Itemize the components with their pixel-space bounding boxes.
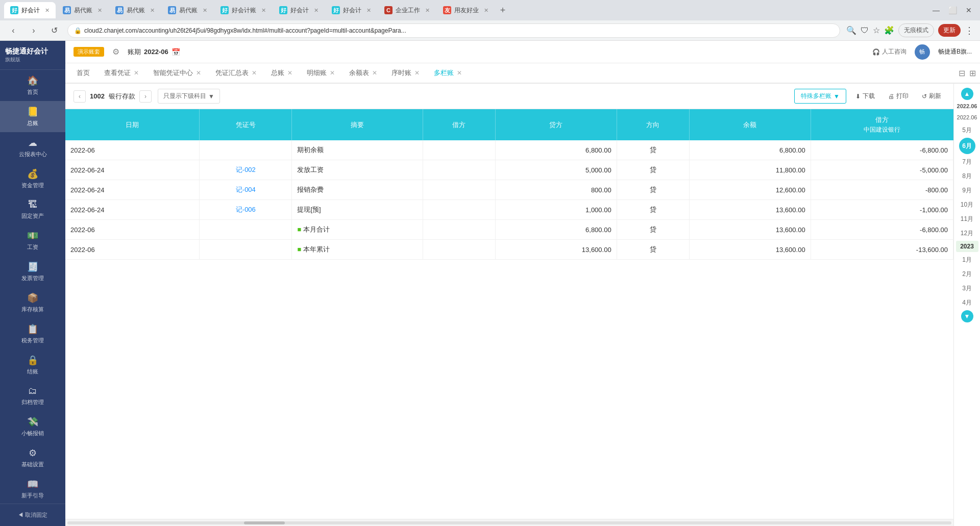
- sidebar-collapse-button[interactable]: ◀ 取消固定: [3, 508, 62, 522]
- month-item-10[interactable]: 10月: [956, 198, 978, 211]
- tab-voucher-summary[interactable]: 凭证汇总表 ✕: [208, 63, 264, 84]
- sidebar-item-settings[interactable]: ⚙ 基础设置: [0, 442, 65, 473]
- tab-close-6[interactable]: ✕: [314, 7, 318, 14]
- extension-icon[interactable]: 🧩: [884, 26, 894, 35]
- sidebar-item-report[interactable]: ☁ 云报表中心: [0, 132, 65, 163]
- tab-expand-icon[interactable]: ⊞: [969, 68, 976, 78]
- sidebar-item-funds[interactable]: 💰 资金管理: [0, 163, 65, 194]
- sidebar-item-expense[interactable]: 💸 小畅报销: [0, 411, 65, 442]
- month-up-button[interactable]: ▲: [961, 88, 973, 100]
- tab-detail-ledger[interactable]: 明细账 ✕: [300, 63, 342, 84]
- horizontal-scrollbar[interactable]: [65, 519, 953, 526]
- sidebar-item-archive[interactable]: 🗂 归档管理: [0, 381, 65, 411]
- month-down-button[interactable]: ▼: [961, 310, 973, 322]
- tab-9[interactable]: 友 用友好业 ✕: [437, 2, 495, 18]
- prev-account-button[interactable]: ‹: [74, 90, 86, 103]
- month-item-9[interactable]: 9月: [956, 184, 978, 197]
- download-button[interactable]: ⬇ 下载: [851, 89, 879, 103]
- tab-8[interactable]: C 企业工作 ✕: [378, 2, 436, 18]
- print-button[interactable]: 🖨 打印: [884, 89, 913, 103]
- service-button[interactable]: 🎧 人工咨询: [872, 47, 906, 56]
- tab-close-3[interactable]: ✕: [203, 7, 207, 14]
- tab-close-2[interactable]: ✕: [150, 7, 155, 14]
- voucher-link-3[interactable]: 记-004: [236, 186, 256, 193]
- tab-collapse-icon[interactable]: ⊟: [959, 68, 965, 78]
- sidebar-item-payroll[interactable]: 💵 工资: [0, 225, 65, 256]
- tab-7[interactable]: 好 好会计 ✕: [326, 2, 377, 18]
- tab-voucher-summary-close[interactable]: ✕: [252, 69, 257, 77]
- tab-close-4[interactable]: ✕: [261, 7, 266, 14]
- ad-block-icon[interactable]: 🛡: [861, 26, 869, 35]
- month-item-3[interactable]: 3月: [956, 282, 978, 295]
- sidebar-item-close[interactable]: 🔒 结账: [0, 349, 65, 381]
- tab-2[interactable]: 易 易代账 ✕: [109, 2, 161, 18]
- tab-multi-col-close[interactable]: ✕: [457, 69, 462, 77]
- calendar-icon[interactable]: 📅: [172, 48, 180, 56]
- restore-button[interactable]: ⬜: [945, 3, 960, 17]
- menu-button[interactable]: ⋮: [965, 25, 974, 36]
- sidebar-item-invoice[interactable]: 🧾 发票管理: [0, 256, 65, 287]
- tab-5[interactable]: 好 好会计 ✕: [4, 2, 56, 18]
- sidebar-item-tax[interactable]: 📋 税务管理: [0, 318, 65, 349]
- close-button[interactable]: ✕: [962, 3, 976, 17]
- tab-chronological[interactable]: 序时账 ✕: [384, 63, 427, 84]
- tab-bar-collapse: ⊟ ⊞: [959, 68, 976, 78]
- month-item-11[interactable]: 11月: [956, 212, 978, 226]
- address-input[interactable]: 🔒 cloud2.chanjet.com/accounting/uh26t264…: [67, 23, 840, 38]
- month-item-12[interactable]: 12月: [956, 227, 978, 240]
- th-credit: 贷方: [495, 109, 617, 140]
- tab-balance-close[interactable]: ✕: [372, 69, 377, 77]
- tab-multi-col[interactable]: 多栏账 ✕: [427, 63, 469, 84]
- sidebar-item-inventory[interactable]: 📦 库存核算: [0, 287, 65, 318]
- scrollbar-thumb[interactable]: [244, 521, 285, 524]
- sidebar-item-assets[interactable]: 🏗 固定资产: [0, 194, 65, 225]
- tab-detail-ledger-close[interactable]: ✕: [330, 69, 335, 77]
- tab-general-ledger-close[interactable]: ✕: [287, 69, 292, 77]
- voucher-link-4[interactable]: 记-006: [236, 206, 256, 213]
- voucher-link-2[interactable]: 记-002: [236, 166, 256, 173]
- month-item-1[interactable]: 1月: [956, 253, 978, 266]
- tab-6[interactable]: 好 好会计 ✕: [273, 2, 325, 18]
- multi-col-button[interactable]: 特殊多栏账 ▼: [794, 89, 846, 104]
- tab-home[interactable]: 首页: [69, 63, 97, 84]
- tab-voucher-view[interactable]: 查看凭证 ✕: [97, 63, 146, 84]
- back-button[interactable]: ‹: [6, 23, 20, 38]
- tab-smart-voucher[interactable]: 智能凭证中心 ✕: [146, 63, 208, 84]
- minimize-button[interactable]: —: [929, 3, 943, 17]
- tab-close-8[interactable]: ✕: [425, 7, 430, 14]
- sidebar-item-ledger[interactable]: 📒 总账: [0, 101, 65, 132]
- tab-chronological-close[interactable]: ✕: [414, 69, 420, 77]
- refresh-nav-button[interactable]: ↺: [47, 23, 61, 38]
- forward-button[interactable]: ›: [27, 23, 41, 38]
- tab-close-1[interactable]: ✕: [97, 7, 102, 14]
- month-item-6[interactable]: 6月: [959, 138, 975, 154]
- month-item-4[interactable]: 4月: [956, 296, 978, 309]
- refresh-button[interactable]: ↺ 刷新: [918, 89, 945, 103]
- update-button[interactable]: 更新: [938, 24, 961, 37]
- tab-voucher-view-close[interactable]: ✕: [134, 69, 139, 77]
- sidebar-item-guide[interactable]: 📖 新手引导: [0, 473, 65, 504]
- tab-close-5[interactable]: ✕: [45, 7, 50, 14]
- tab-general-ledger[interactable]: 总账 ✕: [264, 63, 300, 84]
- filter-button[interactable]: 只显示下级科目 ▼: [158, 89, 220, 104]
- month-item-5[interactable]: 5月: [956, 123, 978, 137]
- bookmark-icon[interactable]: ☆: [873, 26, 880, 35]
- search-browser-button[interactable]: 🔍: [846, 26, 856, 35]
- incognito-button[interactable]: 无痕模式: [898, 23, 934, 37]
- next-account-button[interactable]: ›: [139, 90, 152, 103]
- tab-balance[interactable]: 余额表 ✕: [342, 63, 384, 84]
- month-item-8[interactable]: 8月: [956, 169, 978, 183]
- tab-close-9[interactable]: ✕: [484, 7, 488, 14]
- cell-balance-4: 13,600.00: [689, 200, 811, 220]
- sidebar-item-home[interactable]: 🏠 首页: [0, 70, 65, 101]
- new-tab-button[interactable]: +: [496, 3, 510, 17]
- tab-close-7[interactable]: ✕: [366, 7, 371, 14]
- tab-smart-voucher-close[interactable]: ✕: [196, 69, 201, 77]
- month-item-7[interactable]: 7月: [956, 155, 978, 168]
- tab-1[interactable]: 易 易代账 ✕: [57, 2, 108, 18]
- tab-3[interactable]: 易 易代账 ✕: [162, 2, 213, 18]
- tab-4[interactable]: 好 好会计账 ✕: [214, 2, 272, 18]
- main-content: 演示账套 ⚙ 账期 2022-06 📅 🎧 人工咨询 畅 畅捷通B旗... 首页: [65, 41, 980, 526]
- header-settings-icon[interactable]: ⚙: [112, 47, 119, 57]
- month-item-2[interactable]: 2月: [956, 267, 978, 281]
